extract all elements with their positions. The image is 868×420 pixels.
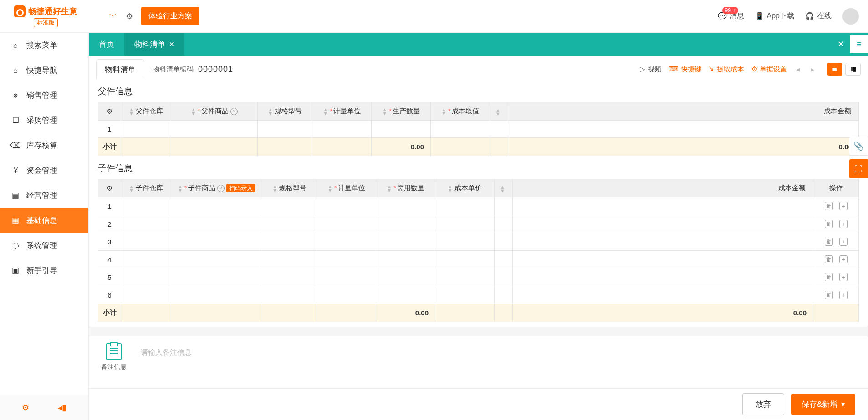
discard-button[interactable]: 放弃 xyxy=(742,393,784,415)
delete-icon[interactable]: 🗑 xyxy=(825,255,833,263)
page-header: 物料清单 物料清单编码 0000001 ▷视频 ⌨快捷键 ⇲提取成本 ⚙单据设置… xyxy=(89,56,868,79)
user-avatar[interactable] xyxy=(842,8,859,25)
sidebar-icon: ☐ xyxy=(11,116,20,125)
sidebar-item-8[interactable]: ◌系统管理 xyxy=(0,233,88,258)
sidebar-icon: ▣ xyxy=(11,266,20,275)
delete-icon[interactable]: 🗑 xyxy=(825,273,833,281)
table-row[interactable]: 1🗑＋ xyxy=(98,197,859,215)
child-col-gear[interactable]: ⚙ xyxy=(98,179,121,197)
scan-input-tag[interactable]: 扫码录入 xyxy=(226,184,255,192)
child-col-spec[interactable]: ▲▼规格型号 xyxy=(262,179,317,197)
table-row[interactable]: 6🗑＋ xyxy=(98,286,859,304)
settings-icon[interactable]: ⚙ xyxy=(22,403,29,413)
promo-button[interactable]: 体验行业方案 xyxy=(141,7,199,25)
code-label: 物料清单编码 xyxy=(153,65,194,74)
parent-col-gear[interactable]: ⚙ xyxy=(98,102,121,121)
child-col-costamt[interactable]: 成本金额 xyxy=(513,179,813,197)
view-grid-button[interactable]: ▦ xyxy=(845,63,861,76)
sidebar-item-label: 快捷导航 xyxy=(26,65,57,76)
table-row[interactable]: 1 xyxy=(98,121,859,138)
messages-button[interactable]: 💬 消息 99 + xyxy=(718,11,744,21)
sidebar-item-label: 搜索菜单 xyxy=(26,40,57,51)
sidebar-item-2[interactable]: ⎈销售管理 xyxy=(0,83,88,108)
org-selector[interactable]: ﹀ ⚙ xyxy=(105,11,133,21)
table-row[interactable]: 5🗑＋ xyxy=(98,268,859,286)
table-row[interactable]: 2🗑＋ xyxy=(98,215,859,233)
next-icon[interactable]: ▸ xyxy=(809,65,816,74)
sidebar-item-9[interactable]: ▣新手引导 xyxy=(0,258,88,283)
add-row-icon[interactable]: ＋ xyxy=(839,238,848,246)
child-col-warehouse[interactable]: ▲▼子件仓库 xyxy=(121,179,171,197)
tab-home[interactable]: 首页 xyxy=(89,33,124,56)
sidebar-item-label: 系统管理 xyxy=(26,240,57,251)
parent-col-costsrc[interactable]: ▲▼*成本取值 xyxy=(431,102,490,121)
collapse-icon[interactable]: ◂▮ xyxy=(58,403,66,413)
sidebar-item-0[interactable]: ⌕搜索菜单 xyxy=(0,33,88,58)
add-row-icon[interactable]: ＋ xyxy=(839,273,848,281)
add-row-icon[interactable]: ＋ xyxy=(839,202,848,210)
tab-bom[interactable]: 物料清单 ✕ xyxy=(124,33,184,56)
child-col-unit[interactable]: ▲▼*计量单位 xyxy=(317,179,376,197)
messages-badge: 99 + xyxy=(722,7,739,14)
gear-icon: ⚙ xyxy=(751,65,757,73)
close-icon[interactable]: ✕ xyxy=(169,40,174,48)
sidebar-item-label: 新手引导 xyxy=(26,265,57,276)
expand-button[interactable]: ⛶ xyxy=(849,159,868,178)
save-new-button[interactable]: 保存&新增▾ xyxy=(791,394,855,415)
shortcut-button[interactable]: ⌨快捷键 xyxy=(669,65,701,74)
attachment-button[interactable]: 📎 xyxy=(849,137,868,156)
sidebar-item-1[interactable]: ⌂快捷导航 xyxy=(0,58,88,83)
extract-cost-button[interactable]: ⇲提取成本 xyxy=(709,65,744,74)
info-icon[interactable]: ? xyxy=(230,108,238,115)
sidebar-item-4[interactable]: ⌫库存核算 xyxy=(0,133,88,158)
code-value: 0000001 xyxy=(198,65,233,74)
parent-col-warehouse[interactable]: ▲▼父件仓库 xyxy=(121,102,171,121)
video-button[interactable]: ▷视频 xyxy=(640,65,661,74)
child-subtotal-row: 小计0.000.00 xyxy=(98,304,859,322)
close-all-tabs-button[interactable]: ✕ xyxy=(832,35,850,53)
add-row-icon[interactable]: ＋ xyxy=(839,255,848,263)
add-row-icon[interactable]: ＋ xyxy=(839,291,848,299)
delete-icon[interactable]: 🗑 xyxy=(825,220,833,228)
view-list-button[interactable]: ≣ xyxy=(827,63,842,76)
table-row[interactable]: 4🗑＋ xyxy=(98,251,859,268)
parent-col-spec[interactable]: ▲▼规格型号 xyxy=(258,102,312,121)
child-section-title: 子件信息 xyxy=(89,156,868,179)
tab-bar: 首页 物料清单 ✕ ✕ ≡ xyxy=(89,33,868,56)
remark-input[interactable] xyxy=(139,343,859,363)
delete-icon[interactable]: 🗑 xyxy=(825,238,833,246)
parent-col-blank[interactable]: ▲▼ xyxy=(490,102,508,121)
tab-menu-button[interactable]: ≡ xyxy=(850,35,868,53)
sidebar-item-6[interactable]: ▤经营管理 xyxy=(0,183,88,208)
prev-icon[interactable]: ◂ xyxy=(794,65,802,74)
table-row[interactable]: 3🗑＋ xyxy=(98,233,859,251)
online-support-button[interactable]: 🎧 在线 xyxy=(805,11,832,21)
top-header: 畅捷通好生意 标准版 ﹀ ⚙ 体验行业方案 💬 消息 99 + 📱 App下载 … xyxy=(0,0,868,33)
app-download-button[interactable]: 📱 App下载 xyxy=(755,11,794,21)
child-table: ⚙ ▲▼子件仓库 ▲▼*子件商品?扫码录入 ▲▼规格型号 ▲▼*计量单位 ▲▼*… xyxy=(98,179,859,322)
delete-icon[interactable]: 🗑 xyxy=(825,202,833,210)
sidebar-item-7[interactable]: ▦基础信息 xyxy=(0,208,88,233)
info-icon[interactable]: ? xyxy=(217,185,225,192)
sidebar-item-label: 销售管理 xyxy=(26,90,57,101)
phone-icon: 📱 xyxy=(755,12,764,20)
add-row-icon[interactable]: ＋ xyxy=(839,220,848,228)
parent-col-costamt[interactable]: 成本金额 xyxy=(508,102,859,121)
org-settings-icon[interactable]: ⚙ xyxy=(126,11,133,21)
child-col-product[interactable]: ▲▼*子件商品?扫码录入 xyxy=(171,179,262,197)
doc-settings-button[interactable]: ⚙单据设置 xyxy=(751,65,787,74)
page-tab-bom[interactable]: 物料清单 xyxy=(96,59,144,79)
delete-icon[interactable]: 🗑 xyxy=(825,291,833,299)
child-col-price[interactable]: ▲▼成本单价 xyxy=(435,179,495,197)
child-col-blank[interactable]: ▲▼ xyxy=(495,179,513,197)
parent-table: ⚙ ▲▼父件仓库 ▲▼*父件商品? ▲▼规格型号 ▲▼*计量单位 ▲▼*生产数量… xyxy=(98,102,859,156)
parent-col-product[interactable]: ▲▼*父件商品? xyxy=(171,102,258,121)
sidebar-item-5[interactable]: ￥资金管理 xyxy=(0,158,88,183)
footer-bar: 放弃 保存&新增▾ xyxy=(89,388,868,420)
remark-label: 备注信息 xyxy=(101,363,127,371)
parent-col-unit[interactable]: ▲▼*计量单位 xyxy=(312,102,372,121)
child-col-qty[interactable]: ▲▼*需用数量 xyxy=(376,179,435,197)
sidebar-item-3[interactable]: ☐采购管理 xyxy=(0,108,88,133)
child-col-op: 操作 xyxy=(813,179,859,197)
parent-col-qty[interactable]: ▲▼*生产数量 xyxy=(372,102,431,121)
